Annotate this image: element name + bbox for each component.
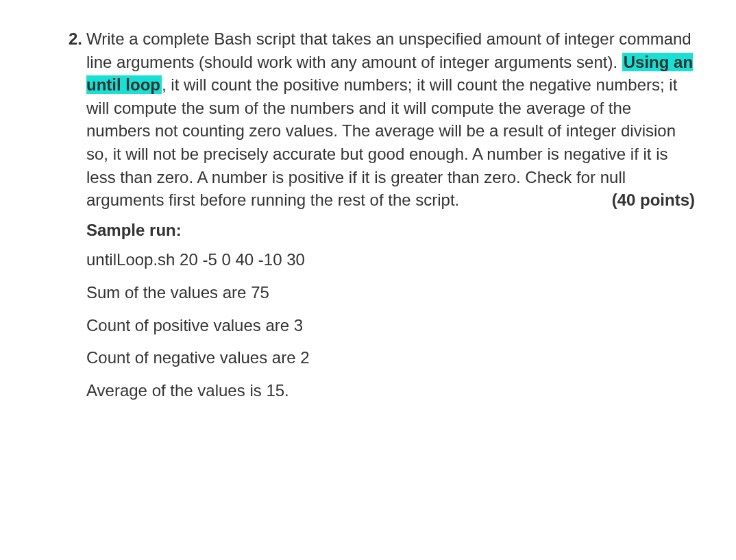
question-item: 2. Write a complete Bash script that tak…	[55, 27, 695, 411]
output-negative: Count of negative values are 2	[86, 346, 695, 369]
points-label: (40 points)	[612, 188, 695, 212]
question-number: 2.	[55, 27, 86, 51]
prompt-post: , it will count the positive numbers; it…	[86, 75, 677, 209]
output-average: Average of the values is 15.	[86, 379, 695, 402]
prompt-pre: Write a complete Bash script that takes …	[86, 29, 691, 71]
question-body: Write a complete Bash script that takes …	[86, 27, 695, 411]
question-prompt: Write a complete Bash script that takes …	[86, 27, 695, 212]
output-positive: Count of positive values are 3	[86, 314, 695, 337]
question-page: 2. Write a complete Bash script that tak…	[0, 0, 736, 560]
sample-run-label: Sample run:	[86, 219, 695, 242]
sample-command: untilLoop.sh 20 -5 0 40 -10 30	[86, 248, 695, 271]
output-sum: Sum of the values are 75	[86, 281, 695, 304]
